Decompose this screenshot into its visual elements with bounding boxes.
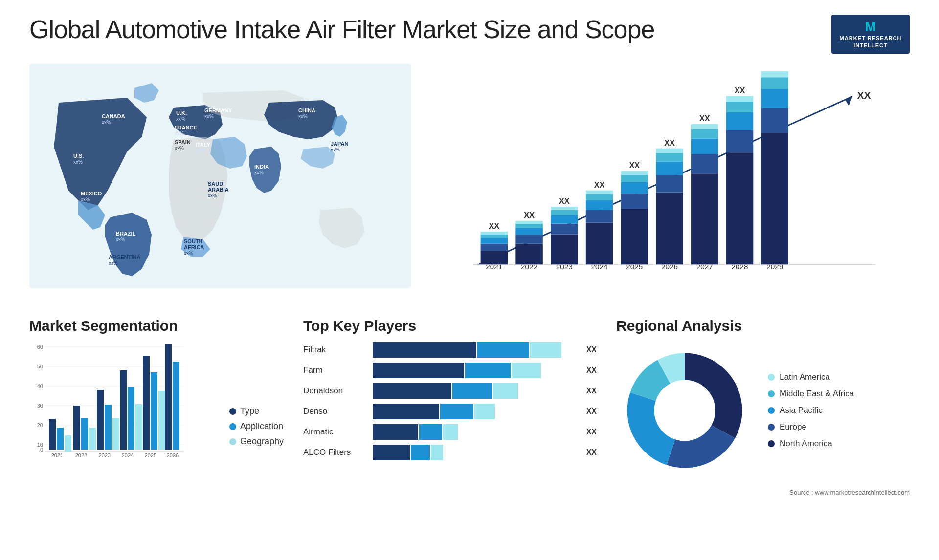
svg-rect-47 bbox=[515, 221, 542, 224]
svg-text:20: 20 bbox=[37, 422, 43, 428]
svg-rect-87 bbox=[726, 112, 753, 130]
player-value-airmatic: XX bbox=[586, 428, 597, 436]
svg-rect-121 bbox=[105, 405, 112, 450]
svg-text:CHINA: CHINA bbox=[298, 108, 315, 113]
svg-text:xx%: xx% bbox=[331, 147, 340, 152]
svg-text:xx%: xx% bbox=[176, 116, 185, 122]
legend-item-middle-east: Middle East & Africa bbox=[768, 389, 854, 399]
svg-rect-78 bbox=[691, 173, 718, 265]
seg-chart-container: 60 50 40 30 20 10 0 bbox=[29, 342, 284, 461]
player-value-denso: XX bbox=[586, 407, 597, 416]
svg-rect-119 bbox=[89, 428, 96, 450]
svg-rect-37 bbox=[481, 244, 508, 251]
svg-rect-93 bbox=[761, 108, 788, 133]
bar-seg-1 bbox=[373, 424, 418, 440]
svg-text:60: 60 bbox=[37, 344, 43, 350]
top-section: CANADA xx% U.S. xx% MEXICO xx% BRAZIL xx… bbox=[29, 64, 910, 298]
legend-label-type: Type bbox=[240, 406, 259, 416]
player-value-alco: XX bbox=[586, 448, 597, 457]
map-section: CANADA xx% U.S. xx% MEXICO xx% BRAZIL xx… bbox=[29, 64, 411, 298]
svg-text:2023: 2023 bbox=[99, 452, 111, 458]
bar-seg-3 bbox=[443, 424, 458, 440]
svg-text:FRANCE: FRANCE bbox=[175, 125, 197, 130]
svg-rect-74 bbox=[656, 153, 683, 161]
svg-rect-115 bbox=[57, 428, 64, 450]
source-text: Source : www.marketresearchintellect.com bbox=[616, 489, 910, 496]
player-value-farm: XX bbox=[586, 366, 597, 375]
svg-text:XX: XX bbox=[735, 86, 745, 95]
svg-text:ARABIA: ARABIA bbox=[208, 187, 229, 193]
svg-text:xx%: xx% bbox=[73, 159, 83, 165]
players-list: Filtrak XX Farm XX bbox=[303, 342, 597, 460]
map-svg: CANADA xx% U.S. xx% MEXICO xx% BRAZIL xx… bbox=[29, 64, 411, 288]
svg-text:xx%: xx% bbox=[102, 120, 111, 125]
svg-rect-75 bbox=[656, 149, 683, 153]
list-item: Farm XX bbox=[303, 363, 597, 378]
svg-rect-50 bbox=[551, 235, 578, 265]
svg-text:30: 30 bbox=[37, 403, 43, 409]
svg-text:JAPAN: JAPAN bbox=[331, 141, 349, 147]
player-name-filtrak: Filtrak bbox=[303, 345, 367, 355]
svg-rect-39 bbox=[481, 235, 508, 238]
seg-chart: 60 50 40 30 20 10 0 bbox=[29, 342, 220, 461]
svg-text:U.K.: U.K. bbox=[176, 110, 187, 116]
legend-item-asia-pacific: Asia Pacific bbox=[768, 406, 854, 415]
legend-dot-geography bbox=[229, 438, 236, 445]
svg-text:xx%: xx% bbox=[175, 146, 184, 151]
logo-text: MARKET RESEARCHINTELLECT bbox=[840, 35, 902, 50]
player-bar-denso bbox=[373, 404, 581, 419]
legend-item-geography: Geography bbox=[229, 436, 284, 447]
svg-rect-117 bbox=[73, 406, 80, 450]
bar-seg-1 bbox=[373, 445, 410, 460]
svg-text:U.S.: U.S. bbox=[73, 153, 84, 159]
svg-rect-118 bbox=[81, 418, 88, 450]
player-name-donaldson: Donaldson bbox=[303, 386, 367, 396]
svg-text:2028: 2028 bbox=[732, 262, 748, 271]
svg-text:xx%: xx% bbox=[298, 114, 308, 119]
svg-rect-122 bbox=[112, 418, 119, 450]
svg-text:INDIA: INDIA bbox=[254, 164, 269, 170]
player-bar-farm bbox=[373, 363, 581, 378]
svg-text:0: 0 bbox=[40, 447, 43, 452]
svg-text:XX: XX bbox=[594, 180, 605, 189]
svg-text:CANADA: CANADA bbox=[102, 113, 125, 119]
svg-text:SAUDI: SAUDI bbox=[208, 181, 224, 187]
player-bar-alco bbox=[373, 445, 581, 460]
svg-text:xx%: xx% bbox=[116, 237, 125, 242]
bar-seg-3 bbox=[431, 445, 443, 460]
svg-text:2022: 2022 bbox=[521, 262, 537, 271]
regional-section: Regional Analysis bbox=[616, 318, 910, 496]
svg-rect-79 bbox=[691, 154, 718, 173]
svg-rect-80 bbox=[691, 138, 718, 154]
bar-seg-2 bbox=[419, 424, 442, 440]
page-container: Global Automotive Intake Air Filter Mark… bbox=[0, 0, 939, 560]
svg-rect-72 bbox=[656, 175, 683, 192]
svg-text:ARGENTINA: ARGENTINA bbox=[109, 254, 140, 260]
legend-dot-europe bbox=[768, 424, 775, 431]
legend-dot-na bbox=[768, 440, 775, 447]
svg-rect-68 bbox=[621, 171, 648, 175]
svg-text:GERMANY: GERMANY bbox=[204, 108, 232, 113]
svg-text:50: 50 bbox=[37, 364, 43, 369]
svg-text:2024: 2024 bbox=[122, 452, 134, 458]
legend-item-europe: Europe bbox=[768, 422, 854, 432]
svg-text:xx%: xx% bbox=[254, 170, 264, 175]
legend-label-geography: Geography bbox=[240, 436, 284, 447]
svg-rect-67 bbox=[621, 175, 648, 182]
player-name-farm: Farm bbox=[303, 366, 367, 375]
player-name-airmatic: Airmatic bbox=[303, 427, 367, 437]
svg-rect-124 bbox=[128, 387, 134, 450]
bar-seg-1 bbox=[373, 404, 439, 419]
svg-text:xx%: xx% bbox=[196, 148, 205, 153]
list-item: Airmatic XX bbox=[303, 424, 597, 440]
legend-label-na: North America bbox=[780, 439, 832, 449]
legend-item-type: Type bbox=[229, 406, 284, 416]
bar-chart-container: XX 2021 XX 202 bbox=[440, 68, 900, 283]
player-name-denso: Denso bbox=[303, 407, 367, 416]
svg-text:2025: 2025 bbox=[145, 452, 156, 458]
svg-rect-85 bbox=[726, 152, 753, 265]
svg-rect-53 bbox=[551, 210, 578, 215]
svg-text:2024: 2024 bbox=[591, 262, 608, 271]
chart-section: XX 2021 XX 202 bbox=[430, 64, 910, 298]
legend-dot-latin bbox=[768, 374, 775, 381]
